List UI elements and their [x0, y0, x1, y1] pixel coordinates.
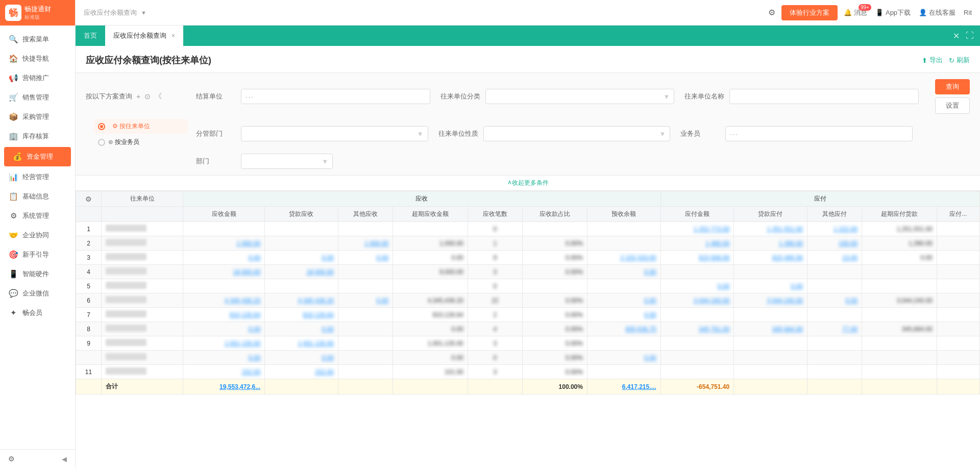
unit-nature-input[interactable]: ▼: [483, 126, 671, 141]
table-cell[interactable]: 4,345,436.20: [183, 293, 265, 308]
table-cell[interactable]: 1,001,135.00: [183, 336, 265, 351]
sidebar-item-base[interactable]: 📋基础信息: [0, 187, 75, 206]
table-cell[interactable]: 1,000.00: [183, 236, 265, 251]
table-cell[interactable]: 0.00: [587, 351, 660, 365]
table-cell[interactable]: [660, 265, 734, 279]
sidebar-item-sales[interactable]: 🛒销售管理: [0, 88, 75, 107]
header-gear-icon[interactable]: ⚙: [768, 8, 775, 17]
th-ar-count[interactable]: 应收笔数: [468, 207, 522, 222]
table-cell[interactable]: [660, 308, 734, 322]
table-cell[interactable]: 345,684.00: [734, 322, 807, 336]
table-cell[interactable]: 345,761.00: [660, 322, 734, 336]
table-cell[interactable]: 3,044,240.00: [734, 293, 807, 308]
table-cell[interactable]: [338, 322, 393, 336]
sidebar-item-operation[interactable]: 📊经营管理: [0, 167, 75, 187]
table-cell[interactable]: [807, 265, 862, 279]
th-ap-loan[interactable]: 贷款应付: [734, 207, 807, 222]
th-ap-extra[interactable]: 应付...: [937, 207, 979, 222]
export-button[interactable]: ⬆ 导出: [922, 56, 943, 65]
table-cell[interactable]: 18,000.00: [183, 265, 265, 279]
table-cell[interactable]: 0.00: [660, 279, 734, 293]
table-cell[interactable]: [338, 265, 393, 279]
collapse-icon[interactable]: ◀: [62, 455, 67, 463]
table-cell[interactable]: [183, 222, 265, 236]
table-cell[interactable]: 0.00: [338, 293, 393, 308]
table-cell[interactable]: 1,222.00: [807, 222, 862, 236]
table-cell[interactable]: 810,126.64: [183, 308, 265, 322]
table-cell[interactable]: [660, 365, 734, 379]
table-cell[interactable]: 1,000.00: [338, 236, 393, 251]
table-cell[interactable]: [338, 222, 393, 236]
sidebar-item-search[interactable]: 🔍搜索菜单: [0, 30, 75, 49]
table-cell[interactable]: [660, 351, 734, 365]
table-cell[interactable]: 0.00: [265, 351, 338, 365]
table-cell[interactable]: 915,495.56: [734, 251, 807, 265]
th-settings[interactable]: ⚙: [76, 191, 102, 207]
th-ar-other[interactable]: 其他应收: [338, 207, 393, 222]
table-cell[interactable]: 0.00: [265, 251, 338, 265]
table-cell[interactable]: 1,251,551.00: [734, 222, 807, 236]
table-cell[interactable]: 0.00: [183, 322, 265, 336]
notice-button[interactable]: 🔔 消息 99+: [844, 8, 867, 17]
table-cell[interactable]: 100.00: [807, 236, 862, 251]
th-ap-overdue[interactable]: 超期应付货款: [862, 207, 937, 222]
set-button[interactable]: 设置: [935, 97, 970, 114]
table-cell[interactable]: 1,001,135.00: [265, 336, 338, 351]
add-scheme-icon[interactable]: +: [136, 92, 140, 101]
filter-option-unit[interactable]: ⚙ 按往来单位: [94, 119, 188, 134]
table-cell[interactable]: 2,153,333.00: [587, 251, 660, 265]
table-cell[interactable]: 0.00: [587, 308, 660, 322]
table-cell[interactable]: [807, 351, 862, 365]
header-dropdown-icon[interactable]: ▼: [141, 10, 146, 16]
app-download-button[interactable]: 📱 App下载: [875, 8, 911, 17]
sidebar-item-fund[interactable]: 💰资金管理: [4, 147, 71, 166]
dept-manage-input[interactable]: ▼: [241, 126, 428, 141]
table-cell[interactable]: [183, 279, 265, 293]
table-cell[interactable]: 152.00: [265, 365, 338, 379]
table-cell[interactable]: [587, 222, 660, 236]
th-ar-advance[interactable]: 预收余额: [587, 207, 660, 222]
table-cell[interactable]: [734, 351, 807, 365]
table-cell[interactable]: 18,000.00: [265, 265, 338, 279]
table-cell[interactable]: [338, 351, 393, 365]
promo-button[interactable]: 体验行业方案: [781, 5, 838, 20]
table-cell[interactable]: 1,252,773.00: [660, 222, 734, 236]
table-cell[interactable]: [807, 365, 862, 379]
unit-category-input[interactable]: ▼: [485, 89, 675, 104]
table-cell[interactable]: [587, 336, 660, 351]
query-button[interactable]: 查询: [935, 79, 970, 94]
table-cell[interactable]: [734, 308, 807, 322]
settlement-input[interactable]: ···: [241, 89, 430, 104]
table-cell[interactable]: [338, 279, 393, 293]
tab-expand-icon[interactable]: ⛶: [966, 31, 974, 40]
edit-scheme-icon[interactable]: ⊙: [144, 92, 151, 101]
sidebar-item-vip[interactable]: ✦畅会员: [0, 303, 75, 323]
service-button[interactable]: 👤 在线客服: [919, 8, 955, 17]
tab-close-window-icon[interactable]: ✕: [953, 31, 960, 41]
table-cell[interactable]: 810,126.64: [265, 308, 338, 322]
dept-input[interactable]: ▼: [241, 154, 333, 169]
table-cell[interactable]: [807, 336, 862, 351]
table-cell[interactable]: 0.00: [265, 322, 338, 336]
th-ar-overdue[interactable]: 超期应收金额: [393, 207, 468, 222]
salesperson-input[interactable]: ···: [725, 126, 913, 141]
sidebar-item-guide[interactable]: 🎯新手引导: [0, 245, 75, 264]
sidebar-item-collab[interactable]: 🤝企业协同: [0, 226, 75, 245]
table-cell[interactable]: [660, 336, 734, 351]
table-cell[interactable]: 655,636.75: [587, 322, 660, 336]
table-settings-icon[interactable]: ⚙: [85, 195, 92, 203]
sidebar-item-wechat[interactable]: 💬企业微信: [0, 284, 75, 303]
table-cell[interactable]: [587, 279, 660, 293]
table-cell[interactable]: 3,044,240.00: [660, 293, 734, 308]
table-cell[interactable]: [807, 308, 862, 322]
table-cell[interactable]: [338, 365, 393, 379]
settings-icon[interactable]: ⚙: [8, 455, 15, 463]
table-cell[interactable]: 13.00: [807, 251, 862, 265]
table-cell[interactable]: 1,390.00: [734, 236, 807, 251]
table-cell[interactable]: [734, 336, 807, 351]
sidebar-item-hardware[interactable]: 📱智能硬件: [0, 264, 75, 284]
user-name[interactable]: Rit: [964, 9, 972, 16]
th-ar-ratio[interactable]: 应收款占比: [522, 207, 587, 222]
th-ar-loan[interactable]: 贷款应收: [265, 207, 338, 222]
th-ap-amount[interactable]: 应付金额: [660, 207, 734, 222]
